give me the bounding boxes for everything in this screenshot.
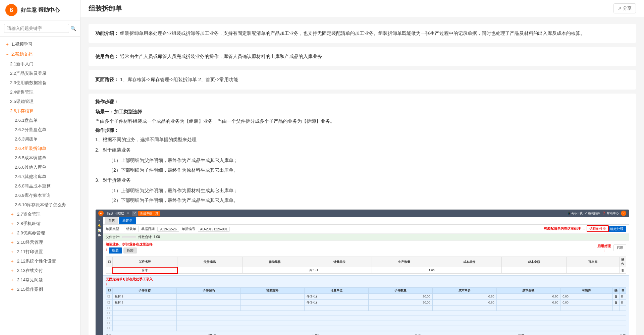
sidebar-item-29[interactable]: ＋ 2.9优惠券管理 [0,228,80,238]
ss-ltd-amount2: 0.80 [496,299,560,305]
ss-total-space3 [324,333,410,335]
ss-ltd-empty4 [176,311,626,316]
ss-annotation3-text: 启用处理 [597,244,611,248]
sidebar-item-262[interactable]: 2.6.2分量盘点单 [0,125,80,134]
ss-form-area: 自售 新建单 单据类型 组装单 单据日期 2019-12-26 单据编号 AD-… [103,217,629,335]
ss-tool-check: ✓ 检测插件 [585,211,600,216]
sidebar-item-212[interactable]: ＋ 2.12系统个性化设置 [0,257,80,266]
sidebar-item-214[interactable]: ＋ 2.14常见问题 [0,275,80,285]
sidebar-item-21[interactable]: 2.1新手入门 [0,59,80,69]
sidebar-item-263[interactable]: 2.6.3调拨单 [0,134,80,144]
ss-totals-row: 合计 $0.00 0.00 0.00 0.00 0.0k [106,332,626,335]
sidebar-item-22[interactable]: 2.2产品安装及登录 [0,69,80,78]
logo: 6 [5,4,17,16]
sidebar-item-24[interactable]: 2.4销售管理 [0,88,80,97]
ss-ltd-spec1 [240,293,305,299]
sidebar-item-268[interactable]: 2.6.8商品成本重算 [0,181,80,191]
sidebar-item-25[interactable]: 2.5采购管理 [0,97,80,106]
ss-total-cost: 0.00 [313,333,319,335]
sidebar-item-docs[interactable]: － 2.帮助文档 [0,49,80,59]
ss-ltd-check3: ☐ [106,305,113,311]
search-button[interactable]: 🔍 [70,26,76,31]
ss-ltd-code1 [176,293,240,299]
search-input[interactable] [4,24,69,33]
ss-btn-assemble[interactable]: 组装 [109,247,122,254]
sidebar-item-213[interactable]: ＋ 2.13在线支付 [0,266,80,275]
intro-card: 功能介绍： 组装拆卸单用来处理企业组装或拆卸等加工业务，支持有固定装配清单的产品… [89,24,636,43]
ss-lth-code: 子件编码 [176,287,240,293]
role-text: 通常由生产人员或库管人员完成拆装业务的操作，库管人员确认原材料的出库和产成品的入… [120,54,322,59]
ss-arrow-down4: ↓ [106,282,107,286]
screenshot-mockup: 6 TEST-H002 ▼ ⟳ 新建单据一览 📱 App下载 ✓ 检测插件 ❓ … [95,209,629,335]
ss-annotation1-area: 有装配清单的在这里处理 → 选择配件单 [544,225,609,232]
expand-icon-215: ＋ [10,287,14,292]
ss-btn-enable[interactable]: 启用 [613,244,626,251]
ss-th-unit: 计量单位 [307,257,372,267]
expand-icon-214: ＋ [10,277,14,282]
sidebar-item-266[interactable]: 2.6.6其他入库单 [0,163,80,172]
scene1-block: 场景一：加工类型选择 当由多个子件材料组装成一个成品的业务为【组装】业务，当由一… [95,109,629,205]
ss-tab-zishou[interactable]: 自售 [105,217,118,224]
ss-btn-confirm[interactable]: 确定处理 [607,226,626,232]
intro-text: 组装拆卸单用来处理企业组装或拆卸等加工业务，支持有固定装配清单的产品加工业务，也… [120,31,585,36]
sidebar-item-28[interactable]: ＋ 2.8手机旺铺 [0,219,80,228]
scene1-title: 场景一：加工类型选择 [95,109,629,115]
ss-annotation1-text: 有装配清单的在这里处理 [544,226,581,231]
sidebar-item-27[interactable]: ＋ 2.7资金管理 [0,210,80,219]
ss-td-qty1: 1.00 [372,267,437,274]
sidebar-item-video[interactable]: ＋ 1.视频学习 [0,39,80,49]
step3-1: （1）上部明细为父件明细，最终作为原材料生成其它出库单； [95,186,629,195]
ss-form-type-input[interactable]: 组装单 [124,226,139,232]
ss-total-space2 [221,333,307,335]
role-card: 使用角色： 通常由生产人员或库管人员完成拆装业务的操作，库管人员确认原材料的出库… [89,47,636,66]
ss-th-cost-price: 成本单价 [437,257,501,267]
path-card: 页面路径： 1、库存核算->库存管理->组装拆卸单 2、首页->常用功能 [89,70,636,89]
ss-ltd-name6 [113,321,177,326]
ss-btn-disassemble[interactable]: 拆卸 [123,247,137,254]
sidebar-item-267[interactable]: 2.6.7其他出库单 [0,172,80,181]
ss-btn-select-list[interactable]: 选择配件单 [587,225,609,232]
ss-tool-app: 📱 App下载 [567,211,583,216]
expand-icon-213: ＋ [10,268,14,273]
sidebar-item-264[interactable]: 2.6.4组装拆卸单 [0,144,80,153]
share-button[interactable]: ↗ 分享 [613,3,636,13]
sidebar-item-269[interactable]: 2.6.9库存账本查询 [0,191,80,200]
ss-form-header: 单据类型 组装单 单据日期 2019-12-26 单据编号 AD-2019122… [103,225,629,234]
ss-ltd-check6: ☐ [106,321,113,326]
ss-new-btn[interactable]: 新建单据一览 [138,211,160,216]
ss-ltd-unit3 [305,305,369,311]
ss-form-label-no: 单据编号 [182,227,195,231]
path-label: 页面路径： [95,77,119,82]
ss-total-space5 [529,333,615,335]
ss-icons-area: ⟳ 新建单据一览 [132,211,160,216]
ss-td-unit1: 件:1=1 [307,267,372,274]
ss-ltd-name5 [113,316,177,321]
ss-ltd-name2: 板材 2 [113,299,177,305]
ss-total-amount: 0.00 [415,333,421,335]
ss-lth-unit: 计量单位 [305,287,369,293]
nav-list: ＋ 1.视频学习 － 2.帮助文档 2.1新手入门 2.2产品安装及登录 2.3… [0,37,80,335]
table-row: ☐ [106,321,626,326]
ss-count-unit: 件数合计: 1.00 [138,235,160,239]
table-row: ☐ 板材 2 件(1+1) 30.00 0.80 0.80 0.00 [106,299,626,305]
ss-total-placeholder: 0.0k [621,333,626,335]
sidebar-item-23[interactable]: 2.3使用前数据准备 [0,78,80,88]
sidebar-item-211[interactable]: ＋ 2.11打印设置 [0,247,80,257]
sidebar-item-261[interactable]: 2.6.1盘点单 [0,116,80,125]
ss-lth-spec: 辅助规格 [240,287,305,293]
ss-tab-bar: 自售 新建单 [103,217,629,225]
ss-td-amount1 [501,267,566,274]
ss-annotation3-area: 启用处理 ↓ [597,244,611,252]
ss-left-strip: ≡ 🔔 📊 💬 [96,217,103,335]
sidebar-item-26[interactable]: 2.6库存核算 [0,106,80,116]
path-text: 1、库存核算->库存管理->组装拆卸单 2、首页->常用功能 [120,77,238,82]
ss-tab-new[interactable]: 新建单 [119,217,136,224]
sidebar-item-215[interactable]: ＋ 2.15操作案例 [0,285,80,294]
sidebar-item-210[interactable]: ＋ 2.10经营管理 [0,238,80,247]
ss-td-op1: 🗑 [620,267,626,274]
sidebar-item-2610[interactable]: 2.6.10库存账本错了怎么办 [0,200,80,210]
ss-process-btns: ↓ 组装 拆卸 [106,247,137,254]
step2-1: （1）上部明细为父件明细，最终作为产成品生成其它入库单； [95,156,629,165]
sidebar-item-265[interactable]: 2.6.5成本调整单 [0,153,80,163]
ss-icon-1: ≡ [99,219,100,222]
